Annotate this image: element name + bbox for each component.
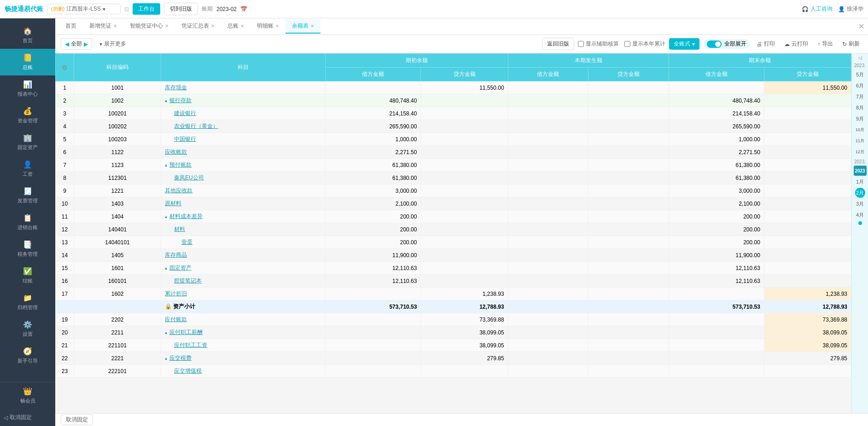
sidebar-item-ledger[interactable]: 📒 总账 bbox=[0, 49, 55, 75]
month-7[interactable]: 7月 bbox=[854, 92, 867, 102]
ytd-checkbox-input[interactable] bbox=[624, 41, 630, 47]
sidebar-item-member[interactable]: 👑 畅会员 bbox=[0, 382, 55, 409]
row-subject[interactable]: 库存现金 bbox=[161, 81, 326, 94]
subject-link[interactable]: 建设银行 bbox=[165, 110, 196, 116]
sidebar-item-settings[interactable]: ⚙️ 设置 bbox=[0, 316, 55, 342]
subject-link[interactable]: 库存商品 bbox=[165, 252, 187, 258]
print-button[interactable]: 🖨 打印 bbox=[754, 39, 778, 49]
show-auxiliary-checkbox[interactable]: 显示辅助核算 bbox=[578, 40, 619, 48]
expand-all-toggle[interactable]: 全部展开 bbox=[703, 39, 750, 49]
row-subject[interactable]: 应交增值税 bbox=[161, 365, 326, 378]
subject-link[interactable]: 固定资产 bbox=[169, 265, 192, 271]
row-subject[interactable]: 中国银行 bbox=[161, 133, 326, 146]
row-subject[interactable]: ▴ 固定资产 bbox=[161, 262, 326, 275]
subject-link[interactable]: 壹蛋 bbox=[165, 239, 192, 245]
switch-oldversion-button[interactable]: 切到旧版 bbox=[164, 3, 198, 15]
toggle-track[interactable] bbox=[707, 40, 722, 48]
subject-link[interactable]: 应交增值税 bbox=[165, 368, 202, 374]
sidebar-item-assets[interactable]: 💰 资金管理 bbox=[0, 102, 55, 129]
gear-icon[interactable]: ⚙ bbox=[62, 64, 68, 71]
month-10[interactable]: 10月 bbox=[854, 125, 867, 135]
export-button[interactable]: ↑ 导出 bbox=[815, 39, 836, 49]
sidebar-item-fixed[interactable]: 🏢 固定资产 bbox=[0, 129, 55, 155]
subject-link[interactable]: 库存现金 bbox=[165, 84, 187, 91]
expand-more-button[interactable]: ▾ 展开更多 bbox=[96, 39, 130, 49]
user-menu[interactable]: 👤 徐泽华 bbox=[838, 5, 863, 13]
tab-balance[interactable]: 余额表 ✕ bbox=[285, 19, 320, 34]
tab-voucher-summary[interactable]: 凭证汇总表 ✕ bbox=[175, 19, 221, 34]
subject-link[interactable]: 应收账款 bbox=[165, 149, 187, 155]
expand-icon[interactable]: ▴ bbox=[165, 356, 169, 361]
tab-ledger-close[interactable]: ✕ bbox=[240, 23, 244, 29]
month-5[interactable]: 5月 bbox=[854, 69, 867, 80]
close-all-icon[interactable]: ✕ bbox=[858, 22, 864, 31]
month-3[interactable]: 3月 bbox=[854, 199, 867, 209]
full-style-button[interactable]: 全账式 ▾ bbox=[669, 38, 699, 50]
row-subject[interactable]: 其他应收款 bbox=[161, 184, 326, 197]
expand-icon[interactable]: ▴ bbox=[165, 330, 169, 335]
refresh-button[interactable]: ↻ 刷新 bbox=[839, 39, 862, 49]
tab-home[interactable]: 首页 bbox=[59, 19, 83, 34]
expand-icon[interactable]: ▴ bbox=[165, 214, 169, 219]
expand-icon[interactable]: ▴ bbox=[165, 265, 169, 271]
tab-detail-close[interactable]: ✕ bbox=[275, 23, 279, 29]
month-12[interactable]: 12月 bbox=[854, 147, 867, 157]
row-subject[interactable]: 原材料 bbox=[161, 197, 326, 210]
row-subject[interactable]: 腔提笔记本 bbox=[161, 275, 326, 288]
company-selector[interactable]: (勿删) 江西股丰-LSS ▾ bbox=[47, 4, 121, 14]
subject-link[interactable]: 应付职工工资 bbox=[165, 342, 207, 348]
row-subject[interactable]: ▴ 应付职工薪酬 bbox=[161, 326, 326, 339]
subject-link[interactable]: 预付账款 bbox=[169, 161, 192, 168]
sidebar-item-home[interactable]: 🏠 首页 bbox=[0, 22, 55, 49]
tab-voucher-summary-close[interactable]: ✕ bbox=[211, 23, 215, 29]
month-8[interactable]: 8月 bbox=[854, 103, 867, 113]
subject-link[interactable]: 累计折旧 bbox=[165, 290, 187, 297]
tab-new-voucher[interactable]: 新增凭证 ✕ bbox=[83, 19, 123, 34]
month-6[interactable]: 6月 bbox=[854, 81, 867, 91]
sidebar-item-salary[interactable]: 👤 工资 bbox=[0, 155, 55, 182]
subject-link[interactable]: 应付职工薪酬 bbox=[169, 329, 203, 335]
sidebar-item-archive[interactable]: 📁 归档管理 bbox=[0, 289, 55, 316]
row-subject[interactable]: 应付职工工资 bbox=[161, 339, 326, 352]
row-subject[interactable]: 累计折旧 bbox=[161, 288, 326, 300]
row-subject[interactable]: 秦凤EU公司 bbox=[161, 172, 326, 184]
subject-link[interactable]: 材料 bbox=[165, 226, 185, 232]
row-subject[interactable]: 壹蛋 bbox=[161, 236, 326, 249]
tab-new-voucher-close[interactable]: ✕ bbox=[113, 23, 117, 29]
row-subject[interactable]: ▴ 应交税费 bbox=[161, 352, 326, 365]
month-11[interactable]: 11月 bbox=[854, 136, 867, 146]
unpin-fixed-button[interactable]: 取消固定 bbox=[61, 414, 93, 425]
tab-ledger[interactable]: 总账 ✕ bbox=[221, 19, 250, 34]
month-2[interactable]: 2月 bbox=[855, 188, 865, 198]
all-filter-button[interactable]: ◀ 全部 ▶ bbox=[61, 38, 92, 50]
row-subject[interactable]: 建设银行 bbox=[161, 107, 326, 120]
month-4[interactable]: 4月 bbox=[854, 210, 867, 220]
tab-smart-center[interactable]: 智能凭证中心 ✕ bbox=[123, 19, 175, 34]
subject-link[interactable]: 农业银行（黄金） bbox=[165, 123, 218, 129]
sidebar-item-reports[interactable]: 📊 报表中心 bbox=[0, 75, 55, 102]
subject-link[interactable]: 应交税费 bbox=[169, 355, 192, 361]
unpin-button[interactable]: ◁ 取消固定 bbox=[0, 409, 55, 426]
tab-detail[interactable]: 明细账 ✕ bbox=[250, 19, 285, 34]
calendar-icon[interactable]: 📅 bbox=[240, 6, 247, 12]
human-service-button[interactable]: 🎧 人工咨询 bbox=[802, 5, 833, 13]
row-subject[interactable]: 应付账款 bbox=[161, 313, 326, 326]
expand-icon[interactable]: ▴ bbox=[165, 162, 169, 167]
sidebar-item-settle[interactable]: ✅ 结账 bbox=[0, 262, 55, 289]
row-subject[interactable]: 材料 bbox=[161, 223, 326, 236]
expand-panel-icon[interactable]: ◁ bbox=[857, 55, 862, 61]
expand-icon[interactable]: ▴ bbox=[165, 98, 169, 103]
sidebar-item-invoice[interactable]: 🧾 发票管理 bbox=[0, 182, 55, 209]
return-oldversion-button[interactable]: 返回旧版 bbox=[542, 38, 574, 50]
subject-link[interactable]: 其他应收款 bbox=[165, 187, 192, 194]
workbench-button[interactable]: 工作台 bbox=[133, 3, 160, 15]
row-subject[interactable]: 应收账款 bbox=[161, 146, 326, 159]
tab-smart-center-close[interactable]: ✕ bbox=[165, 23, 169, 29]
row-subject[interactable]: 农业银行（黄金） bbox=[161, 120, 326, 133]
year-2023-selector[interactable]: 2023 bbox=[854, 166, 867, 176]
subject-link[interactable]: 材料成本差异 bbox=[169, 213, 203, 219]
subject-link[interactable]: 秦凤EU公司 bbox=[165, 174, 204, 181]
month-9[interactable]: 9月 bbox=[854, 114, 867, 124]
month-1[interactable]: 1月 bbox=[854, 177, 867, 187]
row-subject[interactable]: 库存商品 bbox=[161, 249, 326, 262]
